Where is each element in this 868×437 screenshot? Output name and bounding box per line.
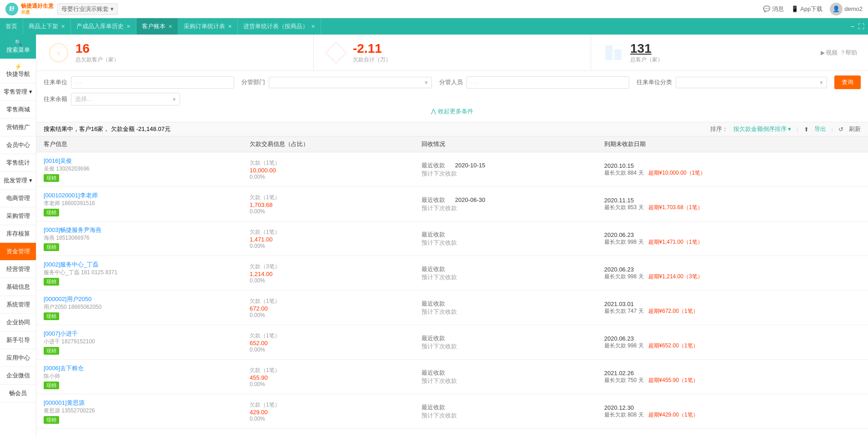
last-payment-label: 最近收款 [421,334,590,342]
debt-desc: 欠款（1笔） [250,401,407,409]
debt-info-cell: 欠款（1笔） 672.00 0.00% [242,291,414,325]
sidebar-item-purchase-mgmt[interactable]: 采购管理 [0,207,36,225]
sidebar-item-basic-info[interactable]: 基础信息 [0,278,36,296]
debt-info-cell: 欠款（1笔） 1,703.68 0.00% [242,187,414,221]
customer-info-cell: [000002]用户2050 用户2050 18665062050 现销 [36,291,242,325]
app-download-btn[interactable]: 📱 App下载 [791,5,823,13]
company-select[interactable]: 母婴行业演示账套 ▾ [57,3,118,15]
unit-category-label: 往来单位分类 [637,78,672,86]
sidebar-item-retail-shop[interactable]: 零售商城 [0,101,36,119]
svg-rect-2 [326,42,346,63]
unit-category-select[interactable]: ▾ [676,77,827,88]
sidebar-item-new-guide[interactable]: 新手引导 [0,332,36,349]
balance-select[interactable]: 选择... ▾ [71,93,180,105]
customer-name-link[interactable]: [0003]畅捷服务尹海燕 [44,226,101,233]
help-btn[interactable]: ? 帮助 [841,49,857,57]
customer-tag: 现销 [44,243,59,251]
tab-purchase-order[interactable]: 采购订单统计表 ✕ [178,18,238,35]
table-container: 客户信息 欠款交易信息（占比） 回收情况 到期未收款日期 [0016]吴俊 吴俊… [36,136,868,437]
divider1: | [797,126,798,133]
customer-tag: 现销 [44,278,59,286]
stat-total-customers-icon [602,41,625,64]
sidebar-item-retail-mgmt[interactable]: 零售管理 ▾ [0,83,36,101]
last-payment-label: 最近收款 [421,300,590,308]
customer-table: 客户信息 欠款交易信息（占比） 回收情况 到期未收款日期 [0016]吴俊 吴俊… [36,136,868,429]
refresh-btn[interactable]: 刷新 [849,125,861,133]
sidebar-item-app-center[interactable]: 应用中心 [0,349,36,367]
table-row: [0003]畅捷服务尹海燕 海燕 18513066976 现销 欠款（1笔） 1… [36,221,868,256]
tab-purchase-stats[interactable]: 进货单统计表（按商品） ✕ [238,18,321,35]
person-dots: ··· [471,79,478,86]
close-tab-customer-account[interactable]: ✕ [168,24,172,30]
sidebar-item-member-vip[interactable]: 畅会员 [0,385,36,402]
customer-tag: 现销 [44,416,59,424]
from-unit-input[interactable]: ··· [71,76,234,89]
sidebar-item-warehouse[interactable]: 库存核算 [0,225,36,243]
close-tab-product-history[interactable]: ✕ [126,24,130,30]
dept-select[interactable]: ▾ [269,77,432,88]
unit-category-arrow-icon: ▾ [820,79,823,86]
sidebar-item-retail-stats[interactable]: 零售统计 [0,154,36,172]
sidebar-item-member-center[interactable]: 会员中心 [0,136,36,154]
from-unit-dots: ··· [75,79,83,86]
video-btn[interactable]: ▶ 视频 [821,49,838,57]
dept-label: 分管部门 [241,78,265,86]
customer-name-link[interactable]: [0016]吴俊 [44,157,72,164]
sidebar-item-ecommerce[interactable]: 电商管理 [0,190,36,207]
sidebar-search[interactable]: 🔍 搜索菜单 [0,35,36,59]
overdue-amount-link[interactable]: 超期¥1,471.00（1笔） [648,239,703,245]
collapse-bar[interactable]: ⋀ 收起更多条件 [44,105,861,117]
message-icon: 💬 [763,5,770,12]
person-input[interactable]: ··· [467,76,630,89]
customer-name-link[interactable]: [0002]服务中心_丁磊 [44,261,99,268]
sidebar-item-sys-mgmt[interactable]: 系统管理 [0,296,36,314]
overdue-amount-link[interactable]: 超期¥455.90（1笔） [648,377,698,383]
sidebar-item-finance[interactable]: 资金管理 [0,243,36,261]
tab-product-off[interactable]: 商品上下架 ✕ [23,18,71,35]
col-recovery: 回收情况 [414,136,597,152]
close-tab-purchase-stats[interactable]: ✕ [311,24,315,30]
overdue-info: 最长欠款 884 天 超期¥10,000.00（1笔） [604,169,861,177]
overdue-amount-link[interactable]: 超期¥672.00（1笔） [648,308,698,314]
sort-btn[interactable]: 按欠款金额倒序排序 ▾ [733,125,792,133]
customer-name-link[interactable]: [0007]小进千 [44,330,78,337]
last-payment-label: 最近收款 2020-06-30 [421,196,590,204]
message-btn[interactable]: 💬 消息 [763,5,784,13]
debt-ratio: 0.00% [250,416,407,422]
tab-minimize-icon[interactable]: − [851,23,854,30]
close-tab-purchase-order[interactable]: ✕ [228,24,232,30]
customer-name-link[interactable]: [000002]用户2050 [44,296,92,302]
overdue-amount-link[interactable]: 超期¥1,214.00（3笔） [648,273,703,280]
member-vip-label: 畅会员 [2,389,34,397]
close-tab-product-off[interactable]: ✕ [61,24,65,30]
debt-ratio: 0.00% [250,277,407,284]
subtitle: 示意 [21,10,54,15]
sidebar-item-operations[interactable]: 经营管理 [0,261,36,278]
filter-row-2: 往来余额 选择... ▾ [44,93,861,105]
dept-arrow-icon: ▾ [425,79,428,86]
customer-name-link[interactable]: [0001020001]李老师 [44,192,98,199]
overdue-amount-link[interactable]: 超期¥429.00（1笔） [648,412,698,418]
tab-customer-account[interactable]: 客户账本 ✕ [136,18,178,35]
sidebar-item-quick-nav[interactable]: ⚡ 快捷导航 [0,59,36,83]
customer-name-link[interactable]: [0006]去下粮仓 [44,365,84,372]
finance-label: 资金管理 [2,247,34,256]
customer-info-cell: [0016]吴俊 吴俊 13026203696 现销 [36,152,242,187]
tab-home[interactable]: 首页 [0,18,23,35]
overdue-amount-link[interactable]: 超期¥1,703.68（1笔） [648,204,703,211]
export-btn[interactable]: 导出 [814,125,826,133]
tab-product-history[interactable]: 产成品入库单历史 ✕ [71,18,136,35]
sidebar-item-marketing[interactable]: 营销推广 [0,119,36,136]
tab-maximize-icon[interactable]: ⛶ [858,23,864,30]
sidebar-item-enterprise[interactable]: 企业协同 [0,314,36,332]
debt-info-cell: 欠款（1笔） 429.00 0.00% [242,394,414,429]
user-area[interactable]: 👤 demo2 [830,3,863,15]
search-button[interactable]: 查询 [834,75,861,89]
refresh-icon: ↺ [838,126,843,133]
customer-name-link[interactable]: [000001]黄思源 [44,399,85,406]
sidebar-item-batch-mgmt[interactable]: 批发管理 ▾ [0,172,36,190]
sidebar-item-enterprise-wx[interactable]: 企业微信 [0,367,36,385]
overdue-amount-link[interactable]: 超期¥10,000.00（1笔） [648,170,706,176]
overdue-amount-link[interactable]: 超期¥652.00（1笔） [648,342,698,349]
customer-info-cell: [0007]小进千 小进千 18279152100 现销 [36,325,242,360]
